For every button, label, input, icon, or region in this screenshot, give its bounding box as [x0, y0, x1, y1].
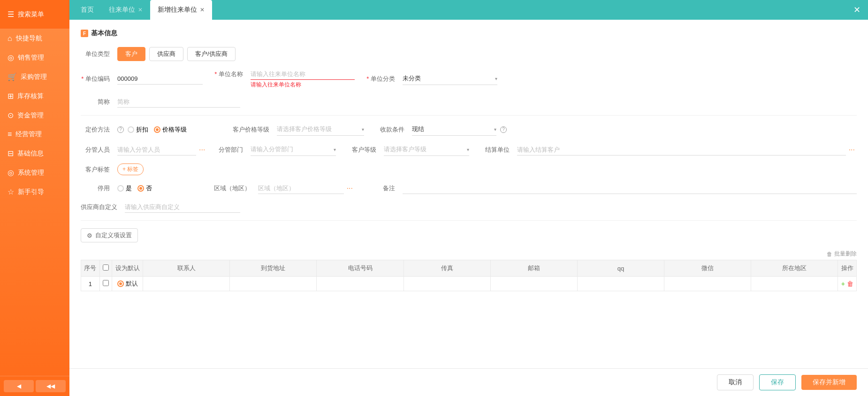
sidebar-item-newcomer[interactable]: ☆ 新手引导: [0, 182, 69, 202]
sidebar-item-sales[interactable]: ◎ 销售管理: [0, 48, 69, 67]
save-button[interactable]: 保存: [759, 374, 796, 390]
col-address: 到货地址: [230, 260, 317, 277]
sidebar-item-system[interactable]: ◎ 系统管理: [0, 163, 69, 182]
abbreviation-input[interactable]: [117, 96, 240, 108]
row-contact[interactable]: [143, 277, 230, 291]
unit-code-input[interactable]: [117, 73, 203, 85]
remark-field: 备注: [366, 183, 857, 194]
disable-no-radio[interactable]: 否: [137, 184, 152, 193]
sidebar-collapse-btn[interactable]: ◀: [4, 380, 34, 392]
payment-terms-select[interactable]: 现结 ▾: [412, 123, 496, 136]
pricing-level-radio[interactable]: 价格等级: [154, 125, 187, 134]
tab-partner-list[interactable]: 往来单位 ✕: [101, 0, 150, 20]
batch-delete-bar: 🗑 批量删除: [81, 250, 857, 258]
row-wechat-input[interactable]: [667, 280, 748, 287]
tags-label: 客户标签: [81, 165, 114, 174]
row-delete-btn[interactable]: 🗑: [847, 280, 853, 287]
add-tag-button[interactable]: + 标签: [117, 163, 144, 175]
unit-type-field: 单位类型 客户 供应商 客户/供应商: [81, 47, 857, 61]
customer-level-select[interactable]: 请选择客户等级 ▾: [384, 143, 469, 156]
unit-type-customer-btn[interactable]: 客户: [117, 47, 145, 61]
row-qq-input[interactable]: [580, 280, 661, 287]
col-location: 所在地区: [751, 260, 838, 277]
payment-terms-help-icon[interactable]: ?: [500, 126, 507, 133]
custom-settings-button[interactable]: ⚙ 自定义项设置: [81, 228, 138, 242]
row-add-btn[interactable]: +: [841, 280, 845, 287]
row-phone-input[interactable]: [320, 280, 400, 287]
sidebar-item-inventory[interactable]: ⊞ 库存核算: [0, 86, 69, 106]
sidebar-item-quick-nav[interactable]: ⌂ 快捷导航: [0, 29, 69, 48]
pricing-discount-radio[interactable]: 折扣: [128, 125, 148, 134]
unit-name-input[interactable]: [251, 69, 355, 80]
sidebar-bottom: ◀ ◀◀: [0, 376, 69, 396]
sidebar-item-search[interactable]: ☰ 搜索菜单: [0, 5, 69, 24]
settlement-unit-input[interactable]: [517, 144, 846, 155]
unit-name-field: 单位名称: [214, 69, 355, 80]
sidebar-item-finance[interactable]: ⊙ 资金管理: [0, 106, 69, 125]
settlement-unit-more-btn[interactable]: ···: [847, 146, 857, 154]
row-email-input[interactable]: [494, 280, 574, 287]
department-select[interactable]: 请输入分管部门 ▾: [251, 143, 336, 156]
row-contact-input[interactable]: [146, 280, 227, 287]
select-all-checkbox[interactable]: [103, 264, 109, 271]
manager-more-btn[interactable]: ···: [197, 146, 207, 154]
row-address-input[interactable]: [233, 280, 313, 287]
region-input[interactable]: [258, 183, 344, 194]
unit-code-label: 单位编码: [81, 75, 114, 83]
abbreviation-label: 简称: [81, 98, 114, 106]
row-default-radio[interactable]: 默认: [115, 280, 140, 288]
tab-new-partner-label: 新增往来单位: [158, 6, 197, 14]
unit-type-supplier-btn[interactable]: 供应商: [149, 47, 183, 61]
row-phone[interactable]: [317, 277, 404, 291]
supplier-custom-input[interactable]: [125, 202, 240, 213]
row-qq[interactable]: [577, 277, 664, 291]
sidebar-item-basics[interactable]: ⊟ 基础信息: [0, 144, 69, 163]
sidebar-item-quick-nav-label: 快捷导航: [16, 34, 42, 43]
row-address[interactable]: [230, 277, 317, 291]
row-location[interactable]: [751, 277, 838, 291]
region-more-btn[interactable]: ···: [345, 184, 355, 193]
batch-delete-label: 批量删除: [834, 250, 857, 258]
tab-new-partner[interactable]: 新增往来单位 ✕: [150, 0, 212, 20]
divider2: [81, 220, 857, 221]
col-default: 设为默认: [112, 260, 143, 277]
disable-field: 停用 是 否: [81, 184, 203, 193]
section-title: 基本信息: [91, 29, 117, 38]
pricing-level-label: 价格等级: [162, 125, 187, 134]
settings-icon: ⚙: [87, 232, 92, 239]
tab-new-partner-close[interactable]: ✕: [200, 7, 205, 13]
sidebar-item-purchase[interactable]: 🛒 采购管理: [0, 67, 69, 86]
pricing-discount-circle: [128, 126, 134, 133]
row-fax[interactable]: [404, 277, 490, 291]
tags-row: 客户标签 + 标签: [81, 163, 857, 175]
window-close-button[interactable]: ✕: [850, 5, 864, 15]
remark-input[interactable]: [403, 183, 857, 194]
unit-category-select[interactable]: 未分类 ▾: [403, 72, 497, 85]
sidebar-item-newcomer-label: 新手引导: [18, 188, 44, 196]
col-wechat: 微信: [664, 260, 751, 277]
save-and-new-button[interactable]: 保存并新增: [801, 375, 857, 390]
row-default-circle: [117, 280, 124, 287]
manager-input-wrapper: ···: [117, 144, 207, 155]
cancel-button[interactable]: 取消: [717, 374, 754, 390]
department-field: 分管部门 请输入分管部门 ▾: [214, 143, 336, 156]
disable-yes-radio[interactable]: 是: [117, 184, 132, 193]
sidebar-item-sales-label: 销售管理: [18, 54, 44, 62]
unit-type-both-btn[interactable]: 客户/供应商: [187, 47, 236, 61]
row-fax-input[interactable]: [407, 280, 487, 287]
sidebar-collapse-all-btn[interactable]: ◀◀: [36, 380, 66, 392]
tab-home[interactable]: 首页: [73, 0, 101, 20]
customer-price-level-select[interactable]: 请选择客户价格等级 ▾: [277, 123, 364, 136]
row-email[interactable]: [490, 277, 577, 291]
disable-yes-label: 是: [126, 184, 132, 193]
unit-name-error: 请输入往来单位名称: [251, 81, 355, 89]
customer-price-level-field: 客户价格等级 请选择客户价格等级 ▾: [233, 123, 364, 136]
row-wechat[interactable]: [664, 277, 751, 291]
pricing-help-icon[interactable]: ?: [117, 126, 124, 133]
row-checkbox[interactable]: [103, 280, 109, 286]
sidebar-item-operations[interactable]: ≡ 经营管理: [0, 125, 69, 144]
tab-bar: 首页 往来单位 ✕ 新增往来单位 ✕ ✕: [69, 0, 868, 20]
tab-partner-list-close[interactable]: ✕: [138, 7, 143, 13]
manager-input[interactable]: [117, 144, 196, 155]
row-location-input[interactable]: [754, 280, 835, 287]
